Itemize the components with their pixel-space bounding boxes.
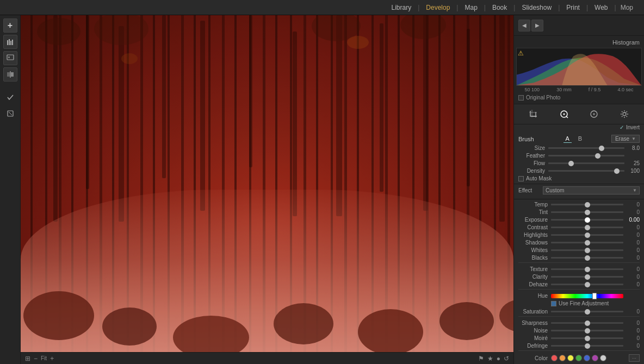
nav-print[interactable]: Print xyxy=(562,3,584,12)
histogram-canvas: ⚠ xyxy=(516,48,642,86)
right-panel: ◀ ▶ Histogram ⚠ 50 1 xyxy=(513,15,644,364)
hue-thumb[interactable] xyxy=(592,293,597,299)
auto-mask-checkbox[interactable] xyxy=(518,176,524,181)
zoom-fit-icon[interactable]: ⊞ xyxy=(25,355,30,362)
clarity-thumb[interactable] xyxy=(585,274,590,280)
defringe-value: 0 xyxy=(623,343,640,349)
edit-icon[interactable] xyxy=(3,106,17,121)
rotate-icon[interactable]: ↺ xyxy=(504,355,509,362)
temp-slider[interactable] xyxy=(551,204,623,205)
flag-icon[interactable]: ⚑ xyxy=(478,355,484,362)
sharpness-slider[interactable] xyxy=(551,322,623,324)
star-icon[interactable]: ★ xyxy=(487,355,493,362)
navigator-button[interactable] xyxy=(3,51,17,65)
crop-tool-icon[interactable] xyxy=(527,108,540,121)
zoom-in-icon[interactable]: + xyxy=(50,355,54,362)
size-slider-thumb[interactable] xyxy=(599,146,604,151)
left-sidebar: + xyxy=(0,15,21,364)
noise-thumb[interactable] xyxy=(585,328,590,334)
nav-web[interactable]: Web xyxy=(590,3,612,12)
feather-slider-thumb[interactable] xyxy=(595,153,600,159)
blacks-slider[interactable] xyxy=(551,257,623,259)
shadows-thumb[interactable] xyxy=(585,240,590,246)
defringe-row: Defringe 0 xyxy=(518,343,640,349)
color-label-icon[interactable]: ● xyxy=(497,355,500,362)
noise-slider[interactable] xyxy=(551,330,623,331)
color-orange[interactable] xyxy=(559,355,566,361)
photo-canvas[interactable]: ⊞ − Fit + ⚑ ★ ● ↺ xyxy=(21,15,513,364)
defringe-slider[interactable] xyxy=(551,345,623,347)
brush-tool-icon[interactable] xyxy=(558,108,571,121)
flow-slider[interactable] xyxy=(548,162,624,164)
shadows-slider[interactable] xyxy=(551,242,623,243)
dehaze-thumb[interactable] xyxy=(585,282,590,287)
blacks-thumb[interactable] xyxy=(585,255,590,261)
flow-value: 25 xyxy=(624,160,640,166)
highlights-thumb[interactable] xyxy=(585,233,590,238)
zoom-out-icon[interactable]: − xyxy=(34,355,38,362)
fine-adj-checkbox[interactable] xyxy=(551,301,556,306)
adjustments-section[interactable]: Temp 0 Tint 0 Exposure 0.00 xyxy=(514,199,644,364)
add-panel-button[interactable]: + xyxy=(3,18,17,33)
saturation-slider[interactable] xyxy=(551,311,623,312)
texture-slider[interactable] xyxy=(551,268,623,270)
nav-library[interactable]: Library xyxy=(387,3,416,12)
hist-iso: 50 100 xyxy=(525,87,540,92)
effect-select[interactable]: Custom ▼ xyxy=(543,186,640,194)
heal-tool-icon[interactable] xyxy=(587,108,600,121)
brush-tab-a[interactable]: A xyxy=(564,135,572,143)
zoom-level[interactable]: Fit xyxy=(41,355,47,361)
whites-slider[interactable] xyxy=(551,249,623,251)
dehaze-slider[interactable] xyxy=(551,284,623,285)
histogram-toggle-button[interactable] xyxy=(3,35,17,49)
flow-slider-thumb[interactable] xyxy=(568,161,574,166)
color-blue[interactable] xyxy=(584,355,590,361)
exposure-thumb[interactable] xyxy=(585,217,590,223)
color-edit-button[interactable]: ⋯ xyxy=(629,354,640,362)
contrast-thumb[interactable] xyxy=(585,225,590,230)
tint-value: 0 xyxy=(623,209,640,215)
check-icon[interactable] xyxy=(3,90,17,104)
brush-title: Brush xyxy=(518,136,534,142)
compare-button[interactable] xyxy=(3,67,17,81)
collapse-right-button[interactable]: ▶ xyxy=(531,20,543,32)
clarity-slider[interactable] xyxy=(551,276,623,278)
nav-book[interactable]: Book xyxy=(488,3,511,12)
tint-slider[interactable] xyxy=(551,211,623,213)
nav-map[interactable]: Map xyxy=(460,3,481,12)
size-slider[interactable] xyxy=(548,147,624,149)
top-nav-bar: Library | Develop | Map | Book | Slidesh… xyxy=(0,0,644,15)
sharpness-thumb[interactable] xyxy=(585,321,590,326)
feather-slider[interactable] xyxy=(548,155,624,156)
density-slider[interactable] xyxy=(548,170,624,172)
color-red[interactable] xyxy=(551,355,558,361)
nav-develop[interactable]: Develop xyxy=(422,3,454,12)
invert-label[interactable]: Invert xyxy=(626,124,640,130)
moire-slider[interactable] xyxy=(551,337,623,339)
density-slider-thumb[interactable] xyxy=(614,168,620,174)
texture-row: Texture 0 xyxy=(518,266,640,272)
contrast-slider[interactable] xyxy=(551,227,623,228)
original-photo-checkbox[interactable] xyxy=(518,95,524,101)
color-gray[interactable] xyxy=(600,355,606,361)
defringe-thumb[interactable] xyxy=(585,343,590,349)
temp-thumb[interactable] xyxy=(585,202,590,208)
brush-tab-b[interactable]: B xyxy=(576,135,584,143)
tint-thumb[interactable] xyxy=(585,210,590,215)
moire-thumb[interactable] xyxy=(585,336,590,341)
highlights-slider[interactable] xyxy=(551,234,623,236)
exposure-slider[interactable] xyxy=(551,219,623,221)
svg-rect-5 xyxy=(8,57,10,58)
erase-button[interactable]: Erase ▼ xyxy=(611,135,640,143)
whites-thumb[interactable] xyxy=(585,248,590,253)
collapse-left-button[interactable]: ◀ xyxy=(518,20,530,32)
settings-tool-icon[interactable] xyxy=(618,108,631,121)
color-purple[interactable] xyxy=(592,355,598,361)
color-green[interactable] xyxy=(575,355,582,361)
texture-thumb[interactable] xyxy=(585,267,590,272)
hue-slider[interactable] xyxy=(551,294,623,298)
size-slider-row: Size 8.0 xyxy=(518,145,640,151)
nav-slideshow[interactable]: Slideshow xyxy=(517,3,556,12)
saturation-thumb[interactable] xyxy=(585,309,590,315)
color-yellow[interactable] xyxy=(567,355,574,361)
